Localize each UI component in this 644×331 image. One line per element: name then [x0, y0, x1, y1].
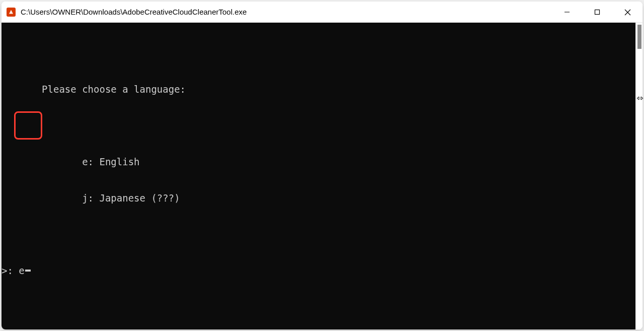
minimize-icon	[564, 9, 570, 15]
terminal-input[interactable]: e	[19, 264, 24, 277]
terminal-line-option-e: e: English	[2, 156, 635, 168]
terminal-line-heading: Please choose a language:	[2, 83, 635, 95]
window-title: C:\Users\OWNER\Downloads\AdobeCreativeCl…	[21, 8, 552, 16]
terminal-prompt-row: >: e	[2, 264, 635, 277]
terminal-area: Please choose a language: e: English j: …	[2, 23, 642, 329]
maximize-icon	[594, 9, 600, 15]
close-icon	[624, 9, 631, 16]
terminal-cursor	[25, 270, 31, 272]
terminal-content: Please choose a language: e: English j: …	[2, 23, 635, 301]
svg-rect-1	[595, 10, 600, 15]
scrollbar-track[interactable]	[635, 23, 642, 329]
minimize-button[interactable]	[552, 2, 582, 23]
prompt-prefix: >:	[2, 264, 19, 277]
terminal[interactable]: Please choose a language: e: English j: …	[2, 23, 635, 329]
close-button[interactable]	[612, 2, 642, 23]
scrollbar-thumb[interactable]	[637, 25, 641, 49]
titlebar[interactable]: C:\Users\OWNER\Downloads\AdobeCreativeCl…	[2, 2, 642, 23]
window-controls	[552, 2, 642, 22]
maximize-button[interactable]	[582, 2, 612, 23]
app-icon	[7, 8, 16, 17]
terminal-line-option-j: j: Japanese (???)	[2, 192, 635, 204]
app-window: C:\Users\OWNER\Downloads\AdobeCreativeCl…	[2, 2, 642, 329]
